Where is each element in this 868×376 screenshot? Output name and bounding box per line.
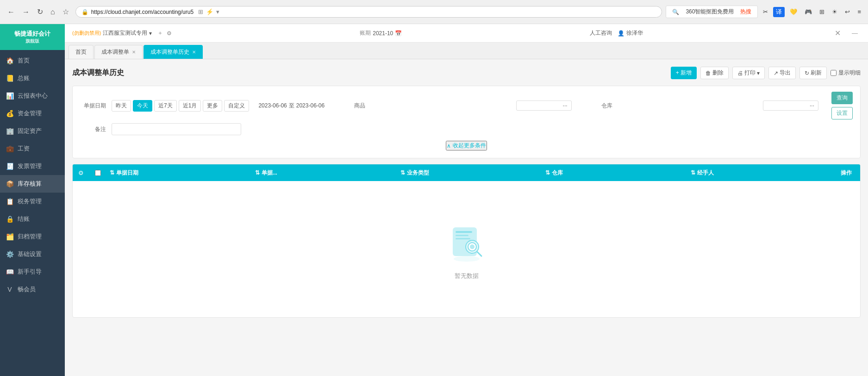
th-biz-type[interactable]: ⇅ 业务类型 (397, 169, 542, 177)
date-btn-today[interactable]: 今天 (133, 100, 152, 112)
menu-icon[interactable]: ≡ (855, 7, 863, 16)
app-topbar: (勿删勿禁用) 江西服宝测试专用 ▾ ＋ ⚙ 账期 2021-10 📅 人工咨询… (65, 24, 868, 43)
sidebar-item-finance[interactable]: 💰资金管理 (0, 105, 65, 122)
page-content: 成本调整单历史 + 新增 🗑 删除 🖨 打印 ▾ ↗ 导出 (65, 59, 868, 376)
goods-selector[interactable]: ··· (516, 100, 572, 111)
wallet-icon[interactable]: 💛 (787, 7, 799, 16)
export-label: 导出 (780, 69, 791, 77)
table-select-all[interactable] (89, 170, 106, 176)
query-btn[interactable]: 查询 (831, 92, 853, 104)
back-button[interactable]: ← (5, 6, 18, 18)
date-filter-label: 单据日期 (80, 102, 106, 110)
svg-point-0 (454, 256, 480, 262)
date-btn-1month[interactable]: 近1月 (179, 100, 201, 112)
select-all-checkbox[interactable] (95, 170, 101, 176)
th-warehouse[interactable]: ⇅ 仓库 (542, 169, 687, 177)
nav-label-inventory: 库存核算 (18, 180, 42, 188)
print-icon: 🖨 (737, 70, 743, 76)
svg-line-8 (477, 252, 481, 256)
sidebar-item-tax[interactable]: 📋税务管理 (0, 193, 65, 210)
undo-icon[interactable]: ↩ (843, 7, 852, 16)
tab-cost-adjust-history-close-icon[interactable]: ✕ (192, 50, 196, 55)
th-date[interactable]: ⇅ 单据日期 (106, 169, 251, 177)
nav-icon-archive: 🗂️ (6, 233, 14, 240)
sidebar-item-closing[interactable]: 🔒结账 (0, 210, 65, 228)
sidebar-item-home[interactable]: 🏠首页 (0, 52, 65, 69)
date-btn-yesterday[interactable]: 昨天 (112, 100, 131, 112)
home-button[interactable]: ⌂ (48, 6, 58, 18)
add-btn[interactable]: + 新增 (671, 67, 697, 79)
address-bar[interactable]: 🔒 https://cloud.chanjet.com/accounting/u… (75, 6, 662, 18)
nav-icon-assets: 🏢 (6, 127, 14, 135)
window-minimize-btn[interactable]: — (849, 28, 861, 38)
calendar-icon[interactable]: 📅 (395, 30, 402, 37)
consult-btn[interactable]: 人工咨询 (590, 29, 612, 37)
sidebar-item-guide[interactable]: 📖新手引导 (0, 263, 65, 281)
goods-filter-group: 商品 ··· (339, 100, 571, 111)
warehouse-filter-group: 仓库 ··· (587, 100, 818, 111)
grid-icon[interactable]: ⊞ (817, 7, 827, 16)
sidebar-item-salary[interactable]: 💼工资 (0, 140, 65, 157)
search-bar[interactable]: 🔍 360智能抠图免费用 热搜 (666, 6, 758, 18)
window-close-btn[interactable]: ✕ (831, 27, 844, 39)
svg-rect-3 (456, 235, 468, 236)
page-header: 成本调整单历史 + 新增 🗑 删除 🖨 打印 ▾ ↗ 导出 (72, 67, 861, 79)
settings-icon[interactable]: ⚙ (167, 30, 172, 37)
th-warehouse-sort-icon: ⇅ (545, 169, 550, 176)
nav-label-finance: 资金管理 (18, 109, 42, 118)
warehouse-selector[interactable]: ··· (763, 100, 818, 111)
brightness-icon[interactable]: ☀ (830, 7, 840, 16)
collapse-up-icon: ∧ (447, 143, 451, 149)
tab-cost-adjust[interactable]: 成本调整单 ✕ (94, 45, 143, 59)
add-icon[interactable]: ＋ (157, 29, 163, 37)
user-avatar[interactable]: 👤徐泽华 (618, 29, 643, 37)
collapse-label: 收起更多条件 (453, 142, 486, 150)
print-btn[interactable]: 🖨 打印 ▾ (732, 67, 765, 79)
company-selector[interactable]: (勿删勿禁用) 江西服宝测试专用 ▾ ＋ ⚙ (72, 29, 172, 37)
export-btn[interactable]: ↗ 导出 (768, 67, 796, 79)
tab-home[interactable]: 首页 (69, 45, 94, 59)
date-btn-more[interactable]: 更多 (203, 100, 222, 112)
date-btn-custom[interactable]: 自定义 (224, 100, 249, 112)
display-cols-checkbox[interactable] (831, 70, 837, 76)
search-icon: 🔍 (670, 8, 681, 16)
settings-filter-btn[interactable]: 设置 (831, 107, 853, 119)
sidebar-item-inventory[interactable]: 📦库存核算 (0, 175, 65, 193)
forward-button[interactable]: → (19, 6, 32, 18)
th-handler[interactable]: ⇅ 经手人 (687, 169, 832, 177)
user-icon: 👤 (618, 30, 624, 37)
nav-label-member: 畅会员 (18, 285, 36, 294)
warning-label: (勿删勿禁用) (72, 30, 101, 37)
sidebar-item-assets[interactable]: 🏢固定资产 (0, 122, 65, 140)
sidebar-item-archive[interactable]: 🗂️归档管理 (0, 228, 65, 245)
sidebar-item-invoice[interactable]: 🧾发票管理 (0, 157, 65, 175)
display-cols-label[interactable]: 显示明细 (831, 69, 861, 77)
app-logo: 畅捷通好会计 旗舰版 (0, 24, 65, 50)
tab-cost-adjust-label: 成本调整单 (101, 48, 129, 56)
remark-input[interactable] (112, 123, 241, 135)
sidebar-item-settings[interactable]: ⚙️基础设置 (0, 245, 65, 263)
tab-cost-adjust-history[interactable]: 成本调整单历史 ✕ (144, 45, 203, 59)
sidebar-item-report[interactable]: 📊云报表中心 (0, 87, 65, 105)
top-actions: 人工咨询 👤徐泽华 (590, 29, 643, 37)
date-btn-7days[interactable]: 近7天 (154, 100, 177, 112)
query-actions: 查询 设置 (831, 92, 853, 119)
address-chevron-icon: ▾ (216, 8, 219, 15)
goods-label: 商品 (339, 102, 365, 110)
refresh-btn[interactable]: ↻ 刷新 (799, 67, 827, 79)
delete-btn[interactable]: 🗑 删除 (700, 67, 729, 79)
lightning-icon: ⚡ (206, 8, 213, 15)
nav-icon-inventory: 📦 (6, 180, 14, 188)
th-bill-no[interactable]: ⇅ 单据... (251, 169, 397, 177)
collapse-btn[interactable]: ∧ 收起更多条件 (446, 141, 487, 150)
translate-icon[interactable]: 译 (773, 7, 785, 17)
reload-button[interactable]: ↻ (34, 6, 46, 18)
scissors-icon[interactable]: ✂ (761, 7, 770, 16)
game-icon[interactable]: 🎮 (802, 7, 814, 16)
tab-cost-adjust-close-icon[interactable]: ✕ (132, 50, 136, 55)
sidebar-item-member[interactable]: V畅会员 (0, 281, 65, 298)
sidebar-item-ledger[interactable]: 📒总账 (0, 69, 65, 87)
nav-items-list: 🏠首页📒总账📊云报表中心💰资金管理🏢固定资产💼工资🧾发票管理📦库存核算📋税务管理… (0, 50, 65, 376)
bookmark-button[interactable]: ☆ (60, 6, 72, 18)
table-settings-icon[interactable]: ⚙ (73, 169, 89, 176)
